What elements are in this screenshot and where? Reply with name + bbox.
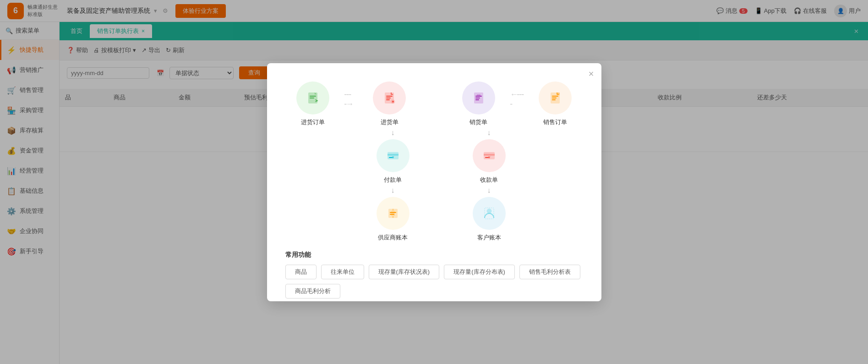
svg-rect-14 (391, 211, 395, 216)
flow-node-payment-bill: ¥ 付款单 (363, 139, 423, 184)
arrow-down-receipt: ↓ (459, 184, 519, 197)
func-btn-sales-profit[interactable]: 销售毛利分析表 (519, 265, 580, 279)
flow-node-customer-account: 客户账本 (459, 197, 519, 242)
func-btn-product[interactable]: 商品 (285, 265, 317, 279)
modal-overlay[interactable]: × 进货订单 (0, 0, 868, 364)
flow-node-purchase-bill: 进货单 (362, 81, 417, 126)
svg-text:¥: ¥ (487, 155, 490, 159)
sales-bill-icon (462, 81, 495, 114)
sales-order-icon (539, 81, 572, 114)
svg-point-15 (487, 209, 491, 213)
arrow-2-icon: ←- - - - (506, 90, 528, 118)
flow-modal: × 进货订单 (267, 63, 601, 301)
flow-row-bot: 供应商账本 客户账本 (285, 197, 583, 242)
svg-text:¥: ¥ (391, 155, 394, 159)
arrow-down-payment: ↓ (363, 184, 423, 197)
customer-account-icon (473, 197, 506, 230)
flow-row-top: 进货订单 - - - -→ (285, 81, 583, 126)
flow-diagram: 进货订单 - - - -→ (267, 63, 601, 251)
flow-node-sales-order: 销售订单 (528, 81, 583, 126)
modal-close-button[interactable]: × (589, 69, 594, 79)
supplier-account-icon (377, 197, 409, 230)
common-functions-area: 常用功能 商品 往来单位 现存量(库存状况表) 现存量(库存分布表) 销售毛利分… (267, 251, 601, 301)
flow-arrows-row: ↓ ↓ (285, 126, 583, 139)
flow-node-purchase-order: 进货订单 (285, 81, 341, 126)
func-btn-product-profit[interactable]: 商品毛利分析 (285, 284, 340, 299)
modal-scroll-area[interactable]: 进货订单 - - - -→ (267, 63, 601, 301)
flow-arrows-row2: ↓ ↓ (285, 184, 583, 197)
flow-node-sales-bill: 销货单 (451, 81, 507, 126)
flow-row-mid: ¥ 付款单 ¥ (285, 139, 583, 184)
arrow-1-icon: - - - -→ (340, 90, 362, 118)
payment-bill-icon: ¥ (377, 139, 409, 172)
common-func-title: 常用功能 (285, 251, 583, 259)
flow-node-supplier-account: 供应商账本 (363, 197, 423, 242)
purchase-order-icon (296, 81, 329, 114)
func-btn-inventory-status[interactable]: 现存量(库存状况表) (369, 265, 440, 279)
arrow-down-sales: ↓ (459, 126, 519, 139)
svg-rect-6 (557, 92, 560, 95)
receipt-bill-icon: ¥ (473, 139, 506, 172)
flow-node-receipt-bill: ¥ 收款单 (459, 139, 519, 184)
func-btn-inventory-dist[interactable]: 现存量(库存分布表) (444, 265, 515, 279)
arrow-down-purchase: ↓ (363, 126, 423, 139)
svg-rect-4 (477, 94, 480, 96)
func-btn-partners[interactable]: 往来单位 (321, 265, 364, 279)
func-btn-row-1: 商品 往来单位 现存量(库存状况表) 现存量(库存分布表) 销售毛利分析表 商品… (285, 265, 583, 299)
purchase-bill-icon (373, 81, 406, 114)
